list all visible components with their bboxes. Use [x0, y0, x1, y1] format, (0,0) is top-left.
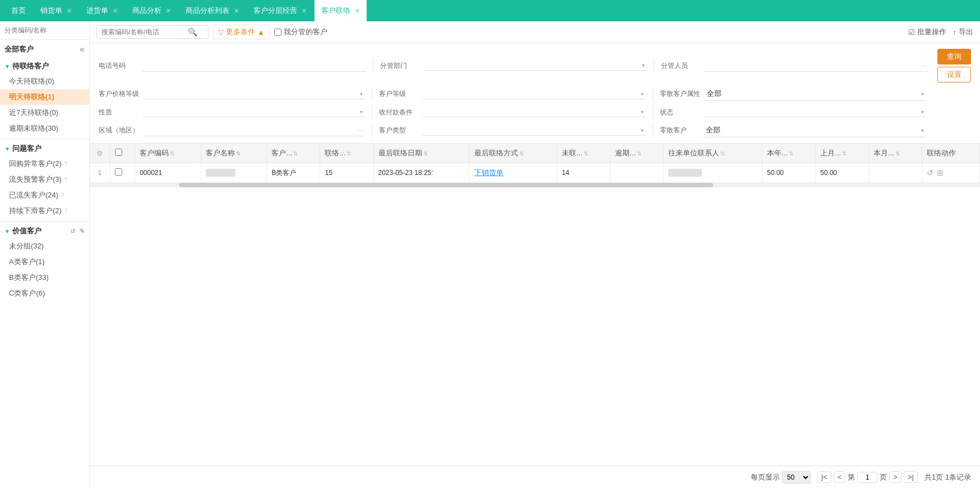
filter-select-price-level[interactable]: ▾: [144, 89, 365, 99]
row-contacts: 15: [320, 163, 373, 183]
sort-icon-lastmethod[interactable]: ⇅: [519, 150, 524, 156]
caret-pay: ▾: [641, 109, 644, 115]
set-button[interactable]: 设置: [937, 67, 971, 82]
row-this-month: [869, 163, 922, 183]
sidebar-item-a-class[interactable]: A类客户(1): [0, 254, 89, 270]
my-customer-checkbox[interactable]: 我分管的客户: [274, 27, 327, 37]
nav-customer-tier[interactable]: 客户分层经营 ✕: [247, 0, 313, 21]
help-icon-2[interactable]: ?: [64, 176, 67, 183]
sort-icon-thisyear[interactable]: ⇅: [789, 150, 793, 156]
sidebar-item-b-class[interactable]: B类客户(33): [0, 270, 89, 286]
batch-op-btn[interactable]: ☑ 批量操作: [908, 27, 946, 37]
filter-select-status[interactable]: ▾: [704, 107, 926, 117]
horizontal-scrollbar[interactable]: [90, 183, 980, 187]
sidebar-divider-2: [0, 221, 89, 222]
th-this-month: 本月... ⇅: [869, 144, 922, 163]
filter-icon: ▽: [218, 28, 224, 36]
row-last-method[interactable]: 下销货单: [469, 163, 557, 183]
caret-nature: ▾: [360, 109, 363, 115]
help-icon-4[interactable]: ?: [64, 208, 67, 214]
nav-product-analysis[interactable]: 商品分析 ✕: [126, 0, 178, 21]
edit-icon[interactable]: ✎: [80, 228, 85, 235]
sidebar-item-declining[interactable]: 持续下滑客户(2) ?: [0, 203, 89, 219]
sort-icon-code[interactable]: ⇅: [170, 150, 174, 156]
top-nav: 首页 销货单 ✕ 进货单 ✕ 商品分析 ✕ 商品分析列表 ✕ 客户分层经营 ✕ …: [0, 0, 980, 21]
sidebar-item-repurchase-anomaly[interactable]: 回购异常客户(2) ?: [0, 156, 89, 172]
sidebar-all-customers[interactable]: 全部客户 «: [0, 40, 89, 59]
nav-customer-contact-close[interactable]: ✕: [355, 7, 360, 15]
prev-page-btn[interactable]: <: [834, 471, 846, 483]
filter-input-phone[interactable]: [142, 60, 366, 72]
th-settings[interactable]: ⚙: [90, 144, 110, 163]
caret-icon-2: ▾: [641, 91, 644, 97]
sidebar-item-tomorrow[interactable]: 明天待联络(1): [0, 89, 89, 105]
sort-icon-nocontact[interactable]: ⇅: [584, 150, 588, 156]
nav-purchase[interactable]: 进货单 ✕: [80, 0, 124, 21]
last-page-btn[interactable]: >|: [904, 471, 918, 483]
area-dots-icon[interactable]: ···: [357, 126, 363, 134]
select-all-checkbox[interactable]: [115, 149, 122, 156]
more-filter-btn[interactable]: ▽ 更多条件 ▲: [213, 25, 270, 39]
next-page-btn[interactable]: >: [889, 471, 902, 483]
sidebar-item-churn-warning[interactable]: 流失预警客户(3) ?: [0, 172, 89, 187]
export-btn[interactable]: ↑ 导出: [953, 27, 974, 37]
sidebar-item-today[interactable]: 今天待联络(0): [0, 73, 89, 89]
filter-search-icon[interactable]: 🔍: [188, 27, 197, 36]
sidebar-group-value: ▼ 价值客户 ↺ ✎: [0, 224, 89, 238]
sort-icon-unitcontact[interactable]: ⇅: [720, 150, 725, 156]
advanced-filter-panel: 电话号码 分管部门 ▾ 分管人员 ···: [90, 43, 980, 144]
filter-select-level[interactable]: ▾: [423, 89, 645, 99]
caret-cust-type: ▾: [641, 127, 644, 133]
nav-purchase-close[interactable]: ✕: [113, 7, 118, 15]
sort-icon-lastdate[interactable]: ⇅: [423, 150, 428, 156]
action-refresh-icon[interactable]: ↺: [927, 168, 933, 177]
sort-icon-type[interactable]: ⇅: [293, 150, 298, 156]
nav-customer-tier-close[interactable]: ✕: [302, 7, 307, 15]
query-button[interactable]: 查询: [937, 49, 971, 65]
row-name[interactable]: Ea: [201, 163, 267, 183]
help-icon-3[interactable]: ?: [61, 192, 64, 199]
nav-sales-close[interactable]: ✕: [67, 7, 72, 15]
nav-product-analysis-close[interactable]: ✕: [166, 7, 171, 15]
sidebar-item-c-class[interactable]: C类客户(6): [0, 286, 89, 301]
row-last-month: 50.00: [816, 163, 869, 183]
sidebar-item-overdue[interactable]: 逾期未联络(30): [0, 121, 89, 136]
settings-icon[interactable]: ⚙: [96, 149, 103, 158]
nav-product-analysis-list[interactable]: 商品分析列表 ✕: [179, 0, 246, 21]
help-icon-1[interactable]: ?: [64, 160, 67, 167]
page-input[interactable]: [857, 472, 877, 483]
sidebar-item-churned[interactable]: 已流失客户(24) ?: [0, 187, 89, 203]
my-customer-check[interactable]: [274, 29, 281, 36]
sort-icon-lastmonth[interactable]: ⇅: [842, 150, 847, 156]
per-page-select[interactable]: 50 100 200: [782, 471, 811, 484]
filter-select-dept[interactable]: ▾: [424, 61, 648, 71]
sidebar-collapse-icon[interactable]: «: [80, 44, 85, 54]
dots-icon[interactable]: ···: [921, 62, 926, 70]
last-method-link[interactable]: 下销货单: [474, 168, 503, 177]
first-page-btn[interactable]: |<: [817, 471, 831, 483]
filter-select-pay-term[interactable]: ▾: [423, 107, 645, 117]
caret-down-icon: ▾: [642, 62, 645, 68]
filter-select-retail-attr[interactable]: 全部 ▾: [705, 87, 926, 101]
sidebar-item-7days[interactable]: 近7天待联络(0): [0, 105, 89, 121]
row-select-checkbox[interactable]: [115, 168, 122, 176]
nav-customer-contact[interactable]: 客户联络 ✕: [315, 0, 367, 21]
filter-select-person[interactable]: ···: [705, 60, 928, 72]
sort-icon-thismonth[interactable]: ⇅: [895, 150, 900, 156]
sort-icon-contacts[interactable]: ⇅: [346, 150, 351, 156]
sort-icon-name[interactable]: ⇅: [236, 150, 241, 156]
sidebar-search-input[interactable]: [4, 26, 89, 34]
filter-select-area[interactable]: ···: [144, 125, 365, 136]
nav-product-analysis-list-close[interactable]: ✕: [234, 7, 239, 15]
action-grid-icon[interactable]: ⊞: [937, 168, 944, 177]
scrollbar-thumb[interactable]: [179, 183, 713, 187]
filter-search-input[interactable]: [101, 28, 186, 36]
filter-select-nature[interactable]: ▾: [142, 107, 365, 117]
filter-select-retail[interactable]: 全部 ▾: [704, 123, 926, 137]
sidebar-item-ungrouped[interactable]: 未分组(32): [0, 238, 89, 254]
nav-sales[interactable]: 销货单 ✕: [34, 0, 78, 21]
filter-select-cust-type[interactable]: ▾: [423, 126, 645, 136]
sort-icon-overdue[interactable]: ⇅: [637, 150, 641, 156]
nav-home[interactable]: 首页: [4, 0, 33, 21]
refresh-icon[interactable]: ↺: [70, 228, 75, 235]
